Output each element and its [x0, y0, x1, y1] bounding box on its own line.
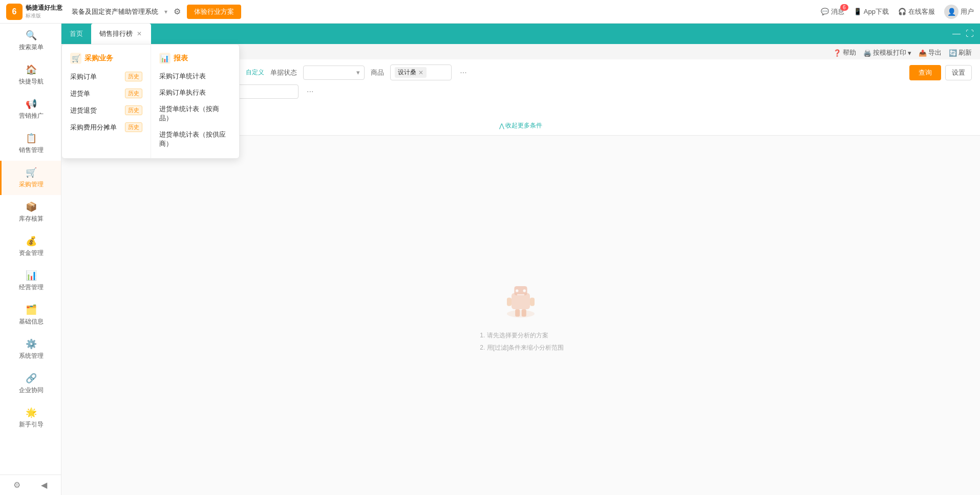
sales-icon: 📋	[26, 133, 37, 144]
main-layout: 🔍 搜索菜单 🏠 快捷导航 📢 营销推广 📋 销售管理 🛒 采购管理 📦 库存核…	[0, 24, 980, 495]
system-settings-icon[interactable]: ⚙	[174, 7, 181, 16]
top-bar-right: 💬 消息 6 📱 App下载 🎧 在线客服 👤 用户	[821, 5, 974, 19]
tab-maximize-icon[interactable]: ⛶	[966, 29, 974, 38]
sidebar-item-search[interactable]: 🔍 搜索菜单	[0, 24, 61, 58]
svg-rect-5	[517, 294, 524, 295]
salesman-more-btn[interactable]: ···	[305, 87, 315, 96]
finance-icon: 💰	[26, 235, 37, 247]
svg-rect-1	[512, 293, 530, 310]
industry-button[interactable]: 体验行业方案	[187, 5, 241, 19]
shortcut-custom[interactable]: 自定义	[246, 68, 264, 77]
svg-rect-8	[515, 309, 520, 316]
purchase-icon: 🛒	[26, 167, 37, 178]
tab-home[interactable]: 首页	[61, 24, 91, 44]
print-button[interactable]: 🖨️ 按模板打印 ▾	[863, 48, 911, 57]
app-download-item[interactable]: 📱 App下载	[854, 7, 889, 16]
print-icon: 🖨️	[863, 49, 871, 57]
refresh-button[interactable]: 🔄 刷新	[949, 48, 972, 57]
help-button[interactable]: ❓ 帮助	[833, 48, 856, 57]
logo-icon: 6	[6, 4, 23, 20]
svg-rect-9	[522, 309, 526, 316]
search-icon: 🔍	[26, 30, 37, 41]
sidebar-settings-button[interactable]: ⚙	[5, 480, 29, 490]
svg-point-0	[507, 310, 535, 317]
empty-state: 请先选择要分析的方案 用[过滤]条件来缩小分析范围	[478, 277, 564, 354]
goods-more-btn[interactable]: ···	[458, 68, 468, 77]
system-icon: ⚙️	[26, 338, 37, 350]
history-tag-0: 历史	[125, 72, 142, 81]
sidebar-item-system[interactable]: ⚙️ 系统管理	[0, 332, 61, 367]
sidebar-item-basic-info[interactable]: 🗂️ 基础信息	[0, 298, 61, 332]
history-tag-1: 历史	[125, 89, 142, 98]
sidebar-item-inventory[interactable]: 📦 库存核算	[0, 195, 61, 229]
enterprise-icon: 🔗	[26, 373, 37, 384]
filter-actions: 查询 设置	[909, 65, 972, 80]
online-service-item[interactable]: 🎧 在线客服	[898, 7, 935, 16]
sidebar-item-enterprise[interactable]: 🔗 企业协同	[0, 367, 61, 401]
report-header: 📊 报表	[151, 51, 240, 68]
empty-hints: 请先选择要分析的方案 用[过滤]条件来缩小分析范围	[478, 329, 564, 354]
sidebar-item-operations[interactable]: 📊 经营管理	[0, 264, 61, 298]
marketing-icon: 📢	[26, 98, 37, 110]
tab-minimize-icon[interactable]: —	[952, 29, 961, 38]
logo-area: 6 畅捷通好生意 标准版	[6, 4, 68, 20]
sidebar-item-quick-nav[interactable]: 🏠 快捷导航	[0, 58, 61, 92]
voucher-status-caret: ▾	[356, 69, 360, 76]
purchase-header: 🛒 采购业务	[62, 51, 151, 68]
messages-item[interactable]: 💬 消息 6	[821, 7, 844, 16]
history-tag-2: 历史	[125, 105, 142, 115]
basic-info-icon: 🗂️	[26, 304, 37, 315]
guide-icon: 🌟	[26, 407, 37, 418]
tab-bar: 首页 销售排行榜 ✕ — ⛶	[61, 24, 980, 44]
tab-right-icons: — ⛶	[952, 29, 980, 38]
purchase-col: 🛒 采购业务 采购订单 历史 进货单 历史 进货退货 历史 采购费用分摊单	[62, 45, 151, 158]
dropdown-item-report-0[interactable]: 采购订单统计表	[151, 68, 240, 84]
dropdown-item-return[interactable]: 进货退货 历史	[62, 102, 151, 119]
svg-rect-6	[507, 298, 512, 306]
refresh-icon: 🔄	[949, 49, 957, 57]
dropdown-item-report-2[interactable]: 进货单统计表（按商品）	[151, 101, 240, 126]
top-bar: 6 畅捷通好生意 标准版 装备及固定资产辅助管理系统 ▾ ⚙ 体验行业方案 💬 …	[0, 0, 980, 24]
sidebar-item-purchase[interactable]: 🛒 采购管理	[0, 161, 61, 195]
phone-icon: 📱	[854, 8, 862, 15]
dropdown-item-report-3[interactable]: 进货单统计表（按供应商）	[151, 126, 240, 152]
svg-point-4	[523, 289, 525, 292]
export-button[interactable]: 📤 导出	[919, 48, 942, 57]
collapse-arrow-icon: ⋀	[499, 122, 504, 130]
collapse-button[interactable]: ⋀ 收起更多条件	[499, 121, 542, 130]
main-content: 请先选择要分析的方案 用[过滤]条件来缩小分析范围	[61, 136, 980, 495]
headset-icon: 🎧	[898, 8, 906, 15]
message-icon: 💬	[821, 8, 829, 15]
system-title: 装备及固定资产辅助管理系统	[72, 7, 158, 16]
sidebar-collapse-button[interactable]: ◀	[33, 480, 56, 490]
sidebar-item-marketing[interactable]: 📢 营销推广	[0, 92, 61, 126]
dropdown-item-expense[interactable]: 采购费用分摊单 历史	[62, 119, 151, 136]
user-item[interactable]: 👤 用户	[944, 5, 974, 19]
sidebar-item-sales[interactable]: 📋 销售管理	[0, 126, 61, 161]
svg-point-3	[516, 289, 518, 292]
logo-text: 畅捷通好生意 标准版	[26, 4, 62, 19]
top-bar-middle: 装备及固定资产辅助管理系统 ▾ ⚙ 体验行业方案	[68, 5, 821, 19]
sidebar-item-finance[interactable]: 💰 资金管理	[0, 229, 61, 264]
report-col: 📊 报表 采购订单统计表 采购订单执行表 进货单统计表（按商品） 进货单统计表（…	[151, 45, 240, 158]
sidebar-bottom: ⚙ ◀	[0, 475, 61, 495]
goods-tag-remove[interactable]: ✕	[418, 69, 423, 76]
voucher-status-select[interactable]: ▾	[303, 66, 365, 80]
print-dropdown-icon[interactable]: ▾	[908, 49, 911, 57]
query-button[interactable]: 查询	[909, 65, 941, 80]
sidebar-item-guide[interactable]: 🌟 新手引导	[0, 401, 61, 435]
tab-close-icon[interactable]: ✕	[136, 29, 143, 38]
avatar: 👤	[944, 5, 958, 19]
system-dropdown-arrow[interactable]: ▾	[164, 8, 167, 15]
voucher-status-label: 单据状态	[270, 68, 297, 77]
goods-select[interactable]: 设计桑 ✕	[390, 64, 452, 80]
home-icon: 🏠	[26, 64, 37, 75]
dropdown-item-report-1[interactable]: 采购订单执行表	[151, 84, 240, 101]
content-area: 首页 销售排行榜 ✕ — ⛶ 🛒 采购业务 采购订单 历	[61, 24, 980, 495]
report-header-icon: 📊	[159, 53, 171, 64]
settings-button[interactable]: 设置	[945, 65, 972, 80]
tab-sales-rank[interactable]: 销售排行榜 ✕	[91, 24, 151, 44]
goods-tag: 设计桑 ✕	[395, 67, 427, 78]
dropdown-item-incoming[interactable]: 进货单 历史	[62, 85, 151, 102]
dropdown-item-purchase-order[interactable]: 采购订单 历史	[62, 68, 151, 85]
